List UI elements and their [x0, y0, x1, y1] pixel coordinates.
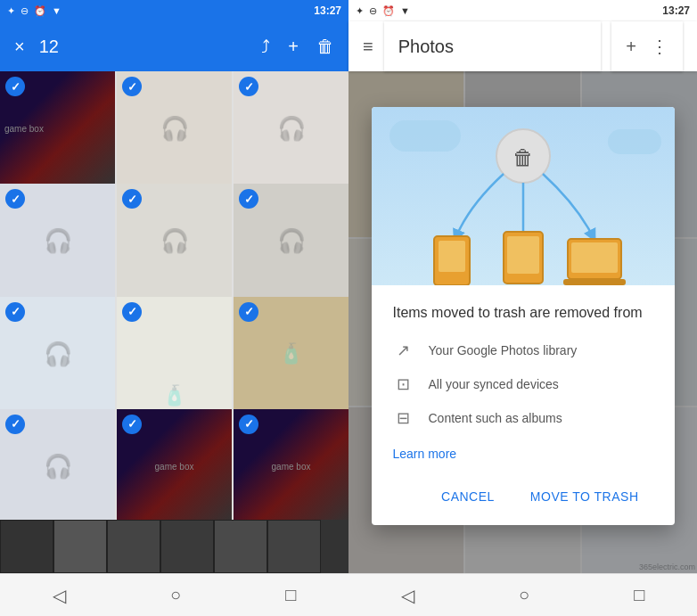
delete-button[interactable]: 🗑	[316, 37, 334, 57]
svg-rect-7	[571, 242, 618, 273]
recents-nav-button[interactable]: □	[616, 578, 662, 612]
albums-icon: ⊟	[393, 408, 414, 428]
library-icon: ↗	[393, 341, 414, 360]
list-item: ⊟ Content such as albums	[393, 408, 653, 428]
dialog-actions: CANCEL MOVE TO TRASH	[393, 475, 653, 511]
share-button[interactable]: ⤴	[261, 37, 270, 57]
photo-cell[interactable]: 🎧	[0, 297, 115, 412]
photo-cell[interactable]: 🎧	[234, 184, 348, 299]
thumbnail-item[interactable]	[267, 520, 321, 573]
more-options-icon[interactable]: ⋮	[651, 36, 668, 57]
check-icon	[239, 415, 258, 434]
add-icon[interactable]: +	[626, 37, 636, 57]
thumbnail-item[interactable]	[160, 520, 214, 573]
move-to-trash-button[interactable]: MOVE TO TRASH	[516, 482, 653, 511]
thumbnail-item[interactable]	[53, 520, 107, 573]
right-nav-bar: ◁ ○ □	[348, 573, 697, 616]
close-button[interactable]: ×	[14, 37, 25, 57]
header-actions: ⤴ + 🗑	[261, 37, 334, 57]
photo-cell[interactable]: 🎧	[234, 71, 348, 186]
dialog-body: Items moved to trash are removed from ↗ …	[372, 285, 675, 525]
check-icon	[5, 302, 25, 322]
photo-cell[interactable]: 🎧	[0, 409, 115, 520]
dialog-title: Items moved to trash are removed from	[393, 303, 653, 323]
check-icon	[5, 415, 25, 434]
page-title: Photos	[384, 21, 602, 71]
photo-cell[interactable]: 🧴	[234, 297, 348, 412]
photos-background: 🗑	[348, 71, 697, 573]
dialog-overlay: 🗑	[348, 71, 697, 573]
list-item: ↗ Your Google Photos library	[393, 341, 653, 360]
svg-rect-8	[563, 279, 626, 285]
thumbnail-item[interactable]	[0, 520, 53, 573]
left-nav-bar: ◁ ○ □	[0, 573, 348, 616]
photo-cell[interactable]: game box	[0, 71, 115, 186]
status-bar-right: ✦ ⊖ ⏰ ▼ 13:27	[348, 0, 697, 21]
right-header: ≡ Photos + ⋮	[348, 21, 697, 71]
thumbnail-item[interactable]	[107, 520, 160, 573]
svg-rect-5	[507, 236, 539, 274]
watermark: 365electric.com	[639, 563, 695, 571]
check-icon	[122, 302, 142, 322]
list-item-label: Content such as albums	[429, 411, 562, 425]
list-item: ⊡ All your synced devices	[393, 374, 653, 394]
left-header: × 12 ⤴ + 🗑	[0, 21, 348, 71]
back-nav-button[interactable]: ◁	[35, 578, 84, 613]
devices-icon: ⊡	[393, 374, 414, 394]
check-icon	[5, 77, 25, 96]
photo-cell[interactable]: game box	[117, 409, 232, 520]
check-icon	[239, 77, 258, 96]
header-icons: + ⋮	[611, 21, 683, 71]
list-item-label: All your synced devices	[429, 377, 559, 391]
svg-rect-3	[439, 241, 465, 272]
arrows-svg: 🗑	[372, 107, 675, 285]
status-time-right: 13:27	[662, 4, 690, 17]
photo-cell[interactable]: 🧴	[117, 297, 232, 412]
photo-cell[interactable]: 🎧	[117, 71, 232, 186]
check-icon	[122, 77, 142, 96]
svg-text:🗑: 🗑	[512, 145, 534, 169]
left-panel: ✦ ⊖ ⏰ ▼ 13:27 × 12 ⤴ + 🗑 game box 🎧	[0, 0, 348, 616]
photo-grid: game box 🎧 🎧 🎧 🎧	[0, 71, 348, 520]
home-nav-button[interactable]: ○	[152, 578, 199, 612]
recents-nav-button[interactable]: □	[267, 578, 314, 612]
check-icon	[122, 415, 142, 434]
menu-button[interactable]: ≡	[363, 37, 373, 57]
trash-dialog: 🗑	[372, 107, 675, 525]
add-button[interactable]: +	[288, 37, 299, 57]
photo-cell[interactable]: game box	[234, 409, 348, 520]
cancel-button[interactable]: CANCEL	[427, 482, 509, 511]
dialog-list: ↗ Your Google Photos library ⊡ All your …	[393, 341, 653, 428]
dialog-illustration: 🗑	[372, 107, 675, 285]
selection-count: 12	[39, 37, 248, 57]
list-item-label: Your Google Photos library	[429, 343, 578, 357]
check-icon	[239, 302, 258, 322]
thumbnail-strip	[0, 520, 348, 573]
right-panel: ✦ ⊖ ⏰ ▼ 13:27 ≡ Photos + ⋮	[348, 0, 697, 616]
learn-more-link[interactable]: Learn more	[393, 447, 457, 461]
thumbnail-item[interactable]	[214, 520, 267, 573]
status-bar-left: ✦ ⊖ ⏰ ▼ 13:27	[0, 0, 348, 21]
status-time-left: 13:27	[314, 4, 341, 17]
photo-cell[interactable]: 🎧	[0, 184, 115, 299]
photo-cell[interactable]: 🎧	[117, 184, 232, 299]
home-nav-button[interactable]: ○	[501, 578, 547, 612]
back-nav-button[interactable]: ◁	[383, 578, 432, 613]
